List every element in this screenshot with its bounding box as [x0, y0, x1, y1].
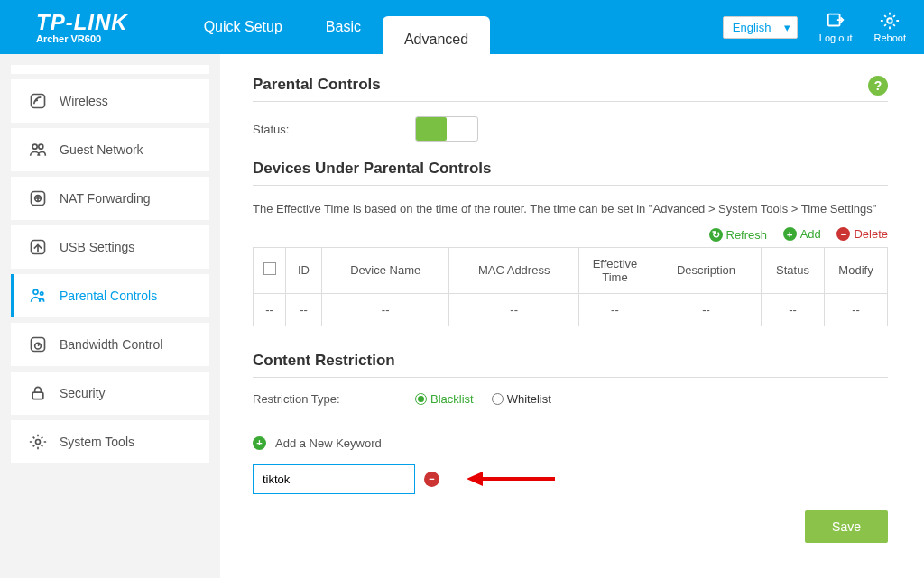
lock-icon	[29, 384, 47, 402]
sidebar-spacer	[11, 65, 209, 74]
sidebar: Wireless Guest Network NAT Forwarding US…	[0, 54, 220, 578]
minus-icon: −	[836, 227, 850, 241]
tab-advanced[interactable]: Advanced	[383, 16, 490, 54]
sidebar-item-bandwidth-control[interactable]: Bandwidth Control	[11, 323, 209, 366]
annotation-arrow	[467, 472, 555, 486]
sidebar-label: Guest Network	[60, 142, 143, 157]
sidebar-item-usb-settings[interactable]: USB Settings	[11, 225, 209, 269]
divider	[253, 101, 888, 102]
restriction-type-label: Restriction Type:	[253, 392, 415, 406]
svg-point-13	[36, 440, 41, 445]
cell: --	[578, 293, 651, 326]
status-row: Status:	[253, 116, 888, 142]
logout-button[interactable]: Log out	[819, 11, 853, 43]
divider	[253, 377, 888, 378]
keyword-input[interactable]	[253, 464, 415, 494]
language-select[interactable]: English	[723, 16, 798, 39]
add-keyword-button[interactable]: + Add a New Keyword	[253, 436, 382, 450]
sidebar-item-guest-network[interactable]: Guest Network	[11, 128, 209, 171]
section-title-content-restriction: Content Restriction	[253, 352, 888, 370]
delete-button[interactable]: −Delete	[836, 227, 888, 241]
nat-icon	[29, 189, 47, 207]
main-layout: Wireless Guest Network NAT Forwarding US…	[0, 54, 924, 578]
cell: --	[651, 293, 761, 326]
svg-point-8	[33, 289, 38, 294]
sidebar-item-nat-forwarding[interactable]: NAT Forwarding	[11, 177, 209, 220]
sidebar-item-parental-controls[interactable]: Parental Controls	[11, 274, 209, 317]
svg-point-4	[39, 144, 43, 149]
sidebar-label: System Tools	[60, 435, 134, 449]
brand-model: Archer VR600	[36, 33, 128, 44]
col-modify: Modify	[825, 247, 888, 293]
svg-point-3	[32, 144, 37, 149]
sidebar-label: USB Settings	[60, 240, 134, 254]
plus-icon: +	[783, 227, 797, 241]
top-tabs: Quick Setup Basic Advanced	[182, 0, 490, 54]
save-button[interactable]: Save	[805, 510, 888, 543]
content-area: ? Parental Controls Status: Devices Unde…	[220, 54, 924, 578]
select-all-checkbox[interactable]	[263, 262, 276, 275]
help-button[interactable]: ?	[868, 76, 888, 96]
restriction-type-row: Restriction Type: Blacklist Whitelist	[253, 392, 888, 406]
sidebar-label: Wireless	[60, 94, 108, 108]
reboot-button[interactable]: Reboot	[874, 11, 906, 43]
sidebar-item-security[interactable]: Security	[11, 372, 209, 415]
col-time: Effective Time	[578, 247, 651, 293]
col-id: ID	[286, 247, 322, 293]
sidebar-item-wireless[interactable]: Wireless	[11, 79, 209, 123]
language-select-wrap: English ▾	[723, 16, 798, 39]
plus-icon: +	[253, 436, 266, 450]
bandwidth-icon	[29, 335, 47, 353]
toggle-knob	[416, 117, 447, 141]
logout-label: Log out	[819, 32, 853, 43]
table-row: -- -- -- -- -- -- -- --	[254, 293, 888, 326]
tab-quick-setup[interactable]: Quick Setup	[182, 0, 304, 54]
top-bar: TP-LINK Archer VR600 Quick Setup Basic A…	[0, 0, 924, 54]
cell: --	[322, 293, 449, 326]
radio-icon	[492, 393, 504, 405]
radio-whitelist[interactable]: Whitelist	[492, 392, 551, 406]
cell: --	[254, 293, 286, 326]
add-keyword-label: Add a New Keyword	[275, 436, 382, 450]
brand-block: TP-LINK Archer VR600	[36, 10, 128, 44]
col-device-name: Device Name	[322, 247, 449, 293]
col-desc: Description	[651, 247, 761, 293]
usb-icon	[29, 238, 47, 256]
guest-network-icon	[29, 141, 47, 159]
section-title-parental: Parental Controls	[253, 76, 888, 94]
logout-icon	[826, 11, 845, 31]
arrow-line	[483, 477, 555, 481]
reboot-label: Reboot	[874, 32, 906, 43]
radio-icon	[415, 393, 427, 405]
refresh-button[interactable]: ↻Refresh	[709, 228, 768, 242]
svg-rect-12	[32, 392, 43, 399]
remove-keyword-button[interactable]: −	[424, 472, 439, 487]
sidebar-label: Bandwidth Control	[60, 337, 162, 352]
wireless-icon	[29, 92, 47, 110]
status-toggle[interactable]	[415, 116, 478, 142]
sidebar-label: Parental Controls	[60, 289, 157, 303]
cell: --	[286, 293, 322, 326]
col-status: Status	[762, 247, 825, 293]
gear-icon	[29, 433, 47, 451]
brand-logo: TP-LINK	[36, 10, 128, 35]
devices-note: The Effective Time is based on the time …	[253, 200, 888, 218]
svg-point-11	[35, 343, 42, 349]
sidebar-label: Security	[60, 386, 106, 400]
status-label: Status:	[253, 123, 415, 136]
table-header-row: ID Device Name MAC Address Effective Tim…	[254, 247, 888, 293]
radio-blacklist[interactable]: Blacklist	[415, 392, 474, 406]
section-title-devices: Devices Under Parental Controls	[253, 160, 888, 178]
top-right: English ▾ Log out Reboot	[723, 11, 906, 43]
cell: --	[825, 293, 888, 326]
svg-point-1	[888, 18, 893, 23]
devices-action-bar: ↻Refresh +Add −Delete	[253, 227, 888, 242]
col-mac: MAC Address	[449, 247, 579, 293]
keyword-row: −	[253, 464, 888, 494]
sidebar-label: NAT Forwarding	[60, 191, 151, 206]
refresh-icon: ↻	[709, 228, 723, 242]
sidebar-item-system-tools[interactable]: System Tools	[11, 420, 209, 463]
add-button[interactable]: +Add	[783, 227, 821, 241]
tab-basic[interactable]: Basic	[304, 0, 383, 54]
cell: --	[762, 293, 825, 326]
